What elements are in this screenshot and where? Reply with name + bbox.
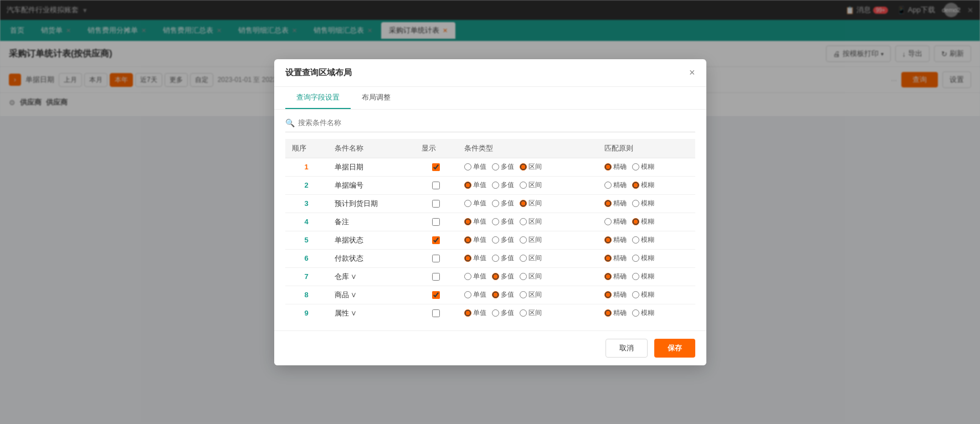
modal-tabs: 查询字段设置 布局调整	[274, 87, 706, 110]
modal-header: 设置查询区域布局 ×	[274, 59, 706, 87]
modal-close-btn[interactable]: ×	[689, 67, 695, 79]
modal-title: 设置查询区域布局	[285, 68, 352, 78]
modal-overlay: 设置查询区域布局 × 查询字段设置 布局调整 🔍 顺序 条件名称	[0, 0, 980, 116]
modal-body: 🔍 顺序 条件名称 显示 条件类型 匹配原则	[274, 110, 706, 117]
settings-modal: 设置查询区域布局 × 查询字段设置 布局调整 🔍 顺序 条件名称	[274, 59, 706, 117]
tab-layout-adjust[interactable]: 布局调整	[351, 87, 402, 109]
tab-query-fields[interactable]: 查询字段设置	[285, 87, 351, 109]
